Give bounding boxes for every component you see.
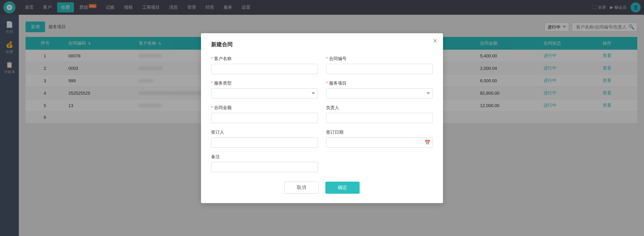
modal-overlay[interactable]: 新建合同 ✕ * 客户名称 * 合同编号 [0, 0, 644, 236]
contract-no-label: * 合同编号 [326, 56, 433, 62]
customer-name-input[interactable] [211, 64, 318, 74]
service-item-select-wrap [326, 88, 433, 99]
required-star: * [211, 56, 213, 61]
sign-date-input[interactable]: 2023-06-06 [326, 137, 433, 148]
service-type-label: * 服务类型 [211, 80, 318, 86]
remark-label: 备注 [211, 154, 318, 160]
dialog-close-button[interactable]: ✕ [433, 38, 438, 44]
form-row-2: * 服务类型 * 服务项目 [211, 80, 433, 99]
service-type-group: * 服务类型 [211, 80, 318, 99]
signer-group: 签订人 [211, 129, 318, 148]
customer-name-group: * 客户名称 [211, 56, 318, 74]
amount-label: * 合同金额 [211, 105, 318, 111]
dialog-title: 新建合同 [211, 41, 433, 48]
contract-no-input[interactable] [326, 64, 433, 74]
required-star: * [211, 105, 213, 110]
owner-input[interactable] [326, 113, 433, 123]
remark-input[interactable] [211, 162, 318, 172]
contract-no-group: * 合同编号 [326, 56, 433, 74]
dialog-footer: 取消 确定 [211, 182, 433, 194]
required-star: * [211, 81, 213, 86]
service-type-select-wrap [211, 88, 318, 99]
sign-date-label: 签订日期 [326, 129, 433, 135]
amount-group: * 合同金额 0.00 [211, 105, 318, 123]
signer-input[interactable] [211, 137, 318, 148]
new-contract-dialog: 新建合同 ✕ * 客户名称 * 合同编号 [201, 33, 443, 203]
service-item-select[interactable] [326, 88, 433, 99]
form-row-5: 备注 [211, 154, 433, 172]
customer-name-label: * 客户名称 [211, 56, 318, 62]
remark-group: 备注 [211, 154, 318, 172]
sign-date-group: 签订日期 2023-06-06 📅 [326, 129, 433, 148]
required-star: * [326, 56, 328, 61]
confirm-button[interactable]: 确定 [325, 182, 360, 194]
service-item-group: * 服务项目 [326, 80, 433, 99]
form-row-4: 签订人 签订日期 2023-06-06 📅 [211, 129, 433, 148]
service-type-select[interactable] [211, 88, 318, 99]
calendar-icon[interactable]: 📅 [425, 140, 430, 145]
owner-label: 负责人 [326, 105, 433, 111]
required-star: * [326, 81, 328, 86]
signer-label: 签订人 [211, 129, 318, 135]
amount-input[interactable]: 0.00 [211, 113, 318, 123]
cancel-button[interactable]: 取消 [284, 182, 319, 194]
form-row-3: * 合同金额 0.00 负责人 [211, 105, 433, 123]
form-row-1: * 客户名称 * 合同编号 [211, 56, 433, 74]
owner-group: 负责人 [326, 105, 433, 123]
service-item-label: * 服务项目 [326, 80, 433, 86]
sign-date-wrap: 2023-06-06 📅 [326, 137, 433, 148]
